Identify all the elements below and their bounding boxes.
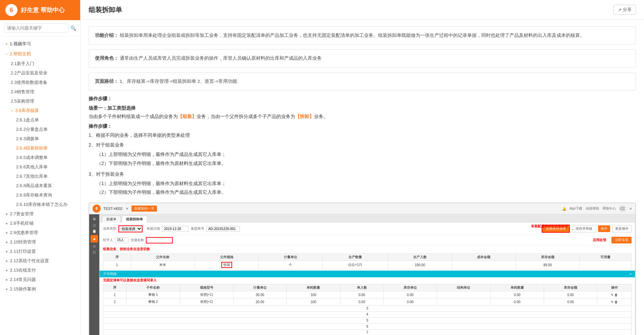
cell: 0.00 [490,298,544,305]
cell: 2 [103,298,126,305]
col-parent-spec: 父件规格 [195,254,259,261]
path-text: 1、库存核算->库存管理->组装拆卸单 2、首页->常用功能 [120,79,237,84]
cell: ✎ 🗑 [597,298,632,305]
sidebar-item-partial-check[interactable]: 2.6.2分量盘点单 [0,125,80,134]
sidebar-item-purchase[interactable]: 2.5采购管理 [0,97,80,106]
step3: 3、对于拆装业务 [89,170,636,178]
sidebar-item-transfer[interactable]: 2.6.3调拨单 [0,134,80,144]
sidebar-item-cost-recalc[interactable]: 2.6.8商品成本重算 [0,181,80,190]
sidebar-item-help-docs[interactable]: − 2.帮助文档 [0,49,80,59]
main-header: 组装拆卸单 ↗ 分享 [80,0,644,20]
col-usage2: 单耗数量 [490,284,544,291]
cell: 100 [287,298,340,305]
save-btn[interactable]: 保存并审核 [572,225,596,232]
sidebar-item-operations[interactable]: + 2.10经营管理 [0,237,80,247]
disassemble-highlight: 【拆卸】 [295,114,314,119]
sidebar-item-online-pay[interactable]: + 2.13在线支付 [0,266,80,275]
ops-heading: 操作步骤： [89,96,636,102]
sidebar-item-install[interactable]: 2.2产品安装及登录 [0,68,80,78]
sidebar-item-label: 2.13在线支付 [10,267,36,273]
mock-titlebar: 6 TEST-H002 ▼ 创建新的一天 🔔 App下载 在线帮助 帮助中心 C… [89,203,635,214]
sidebar-item-other-out[interactable]: 2.6.7其他出库单 [0,172,80,181]
mock-logo: 6 [93,205,101,213]
sidebar-item-coupon[interactable]: + 2.9优惠券管理 [0,228,80,237]
intro-block: 功能介绍： 组装拆卸单用来处理企业组装或拆卸等加工业务，支持有固定装配清单的产品… [89,26,636,45]
mock-tab-assembly[interactable]: 组装拆卸单 [122,216,147,223]
sidebar-item-label: 2.14常见问题 [10,277,36,283]
cell: 位位+1只 [322,261,388,269]
cell [437,291,490,298]
empty-row: 6 [103,324,632,330]
mock-app-frame: 6 TEST-H002 ▼ 创建新的一天 🔔 App下载 在线帮助 帮助中心 C… [89,203,636,335]
upper-table-container: 序 父件名称 父件规格 计量单位 生产数量 生产入数 成本金额 [100,253,635,271]
col-seq: 序 [103,254,131,261]
sidebar-item-data-prep[interactable]: 2.3使用前数据准备 [0,78,80,87]
share-button[interactable]: ↗ 分享 [613,5,636,15]
cell: 依照(+1) [180,298,233,305]
sidebar-item-sales[interactable]: 2.4销售管理 [0,87,80,97]
cell: 1 [103,291,126,298]
mock-main-content: 新建单 组装拆卸单 有装配清单的在这里处理 ← [99,214,635,335]
cell-highlight: 组装 [221,262,232,268]
sidebar-item-other-in[interactable]: 2.6.6其他入库单 [0,162,80,172]
path-label: 页面路径： [95,79,118,84]
col-avail: 可用量 [580,254,632,261]
sidebar-item-faq[interactable]: + 2.14常见问题 [0,275,80,284]
expand-icon: + [5,249,8,254]
cell: 0.00 [544,298,597,305]
col-parent-name: 父件名称 [131,254,195,261]
search-button[interactable]: 🔍 [70,25,76,31]
col-unit: 计量单位 [233,284,286,291]
cell [437,298,490,305]
cell: 0.00 [340,291,383,298]
mock-icon-app: App下载 [570,206,582,211]
col-struct-unit: 结构单位 [437,284,490,291]
expand-icon: + [5,240,8,245]
annotation-no-bom: 无固定清单可以直接在这里填写录入 [103,278,632,283]
sidebar-item-inventory[interactable]: − 2.6库存核算 [0,106,80,115]
scene1-title: 场景一：加工类型选择 [89,105,636,111]
ops-block: 操作步骤： 场景一：加工类型选择 当由多个子件材料组装成一个成品的业务为【组装】… [89,96,636,335]
mock-side-icon3: 📋 [92,229,96,233]
sidebar-item-finance[interactable]: + 2.7资金管理 [0,209,80,219]
col-child-name: 子件名称 [126,284,180,291]
more-btn[interactable]: 更多操作 [612,225,632,232]
sidebar-item-newbie[interactable]: 2.1新手入门 [0,59,80,68]
mock-side-icon5: 同 [93,250,96,255]
count-input[interactable] [115,237,128,243]
cell: 0.00 [383,291,437,298]
ops-btn[interactable]: 操作 [598,225,610,232]
sidebar-item-personalize[interactable]: + 2.12系统个性化设置 [0,256,80,266]
mock-titlebar-left: 6 TEST-H002 ▼ 创建新的一天 [93,205,157,213]
date-input[interactable] [162,226,189,232]
logo: 6 [5,4,17,16]
sidebar-item-print[interactable]: + 2.11打印设置 [0,247,80,256]
sidebar-item-cost-adj[interactable]: 2.6.5成本调整单 [0,153,80,162]
role-block: 使用角色： 通常由生产人员或库管人员完成拆装业务的操作，库管人员确认原材料的出库… [89,49,636,67]
num-label: 集团单号 [191,226,204,231]
type-select[interactable]: 组装借调 [118,225,143,232]
sidebar-item-ledger-fix[interactable]: 2.6.10库存账本错了怎么办 [0,200,80,209]
col-entry-qty: 生产入数 [388,254,452,261]
sidebar-item-assembly[interactable]: 2.6.4组装拆卸单 [0,144,80,153]
cell: 组装 [195,261,259,269]
num-input[interactable] [206,226,240,232]
cell: 0.00 [490,291,544,298]
cell: 100.00 [388,261,452,269]
warehouse-input[interactable] [146,237,173,243]
empty-row: 4 [103,312,632,318]
sidebar-item-cases[interactable]: + 2.15操作案例 [0,284,80,294]
mock-action-btn: 创建新的一天 [131,206,157,212]
col-stock-unit: 库存单位 [383,284,437,291]
sidebar-item-stock-check[interactable]: 2.6.1盘点单 [0,115,80,125]
step2-1: （1）上部明细为父件明细，最终作为产成品生成其它入库单； [89,151,636,159]
mock-side-icon-active: ■ [91,235,98,242]
search-input[interactable] [4,23,68,33]
sidebar-item-video[interactable]: + 1.视频学习 [0,39,80,49]
mock-tab-new[interactable]: 新建单 [102,216,121,223]
col-cost-amt: 成本金额 [452,254,516,261]
sidebar-item-stock-ledger[interactable]: 2.6.9库存账本查询 [0,190,80,200]
sidebar-item-mobile[interactable]: + 2.8手机旺铺 [0,219,80,228]
cell: 0.00 [383,298,437,305]
confirm-btn[interactable]: 立即实现 [611,237,632,243]
